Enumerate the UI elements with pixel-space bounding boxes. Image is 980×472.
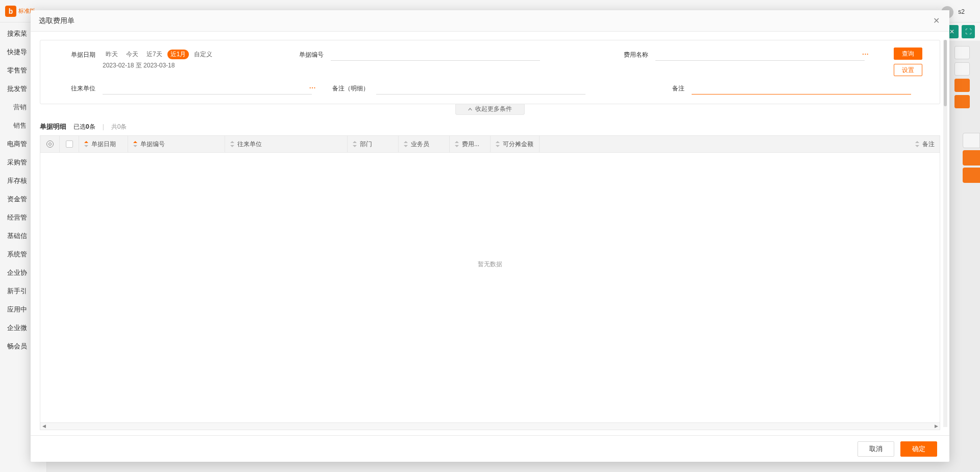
filter-detail-memo: 备注（明细） <box>323 83 585 95</box>
total-count: 共0条 <box>111 123 127 131</box>
filter-doc-date: 单据日期 昨天 今天 近7天 近1月 自定义 2023-02-18 至 2023… <box>59 50 215 70</box>
col-staff[interactable]: 业务员 <box>399 136 450 152</box>
col-dept[interactable]: 部门 <box>348 136 399 152</box>
close-icon[interactable]: ✕ <box>931 16 941 26</box>
filter-partner: 往来单位 ··· <box>59 83 312 95</box>
select-expense-modal: 选取费用单 ✕ 单据日期 昨天 今天 近7天 近1月 自定义 <box>31 10 949 462</box>
date-range-options: 昨天 今天 近7天 近1月 自定义 <box>103 50 215 59</box>
sort-icon <box>133 141 137 147</box>
collapse-bar: 收起更多条件 <box>40 104 940 115</box>
filter-label: 单据编号 <box>287 50 324 59</box>
sort-icon <box>404 141 408 147</box>
col-remark[interactable]: 备注 <box>540 136 940 152</box>
detail-memo-input[interactable] <box>376 83 585 95</box>
filter-label: 往来单位 <box>59 83 95 93</box>
date-opt-yesterday[interactable]: 昨天 <box>103 50 121 59</box>
col-alloc[interactable]: 可分摊金额 <box>491 136 540 152</box>
scroll-right-icon[interactable]: ▶ <box>933 423 940 429</box>
filter-actions: 查询 设置 <box>894 48 922 76</box>
cancel-button[interactable]: 取消 <box>857 441 894 457</box>
list-header-bar: 单据明细 已选0条 | 共0条 <box>40 122 940 131</box>
sort-icon <box>496 141 500 147</box>
horizontal-scrollbar[interactable]: ◀ ▶ <box>40 423 940 430</box>
sort-icon <box>455 141 459 147</box>
filter-panel: 单据日期 昨天 今天 近7天 近1月 自定义 2023-02-18 至 2023… <box>40 40 940 104</box>
scroll-left-icon[interactable]: ◀ <box>40 423 47 429</box>
sort-icon <box>353 141 357 147</box>
date-opt-7d[interactable]: 近7天 <box>143 50 165 59</box>
modal-header: 选取费用单 ✕ <box>31 10 949 32</box>
col-doc-date[interactable]: 单据日期 <box>79 136 128 152</box>
date-opt-1m[interactable]: 近1月 <box>167 50 189 59</box>
table-body: 暂无数据 <box>40 153 940 423</box>
empty-placeholder: 暂无数据 <box>40 260 940 269</box>
filter-doc-no: 单据编号 <box>287 50 540 70</box>
checkbox-icon <box>66 140 73 148</box>
filter-fee-name: 费用名称 ··· <box>611 50 865 70</box>
column-settings-button[interactable] <box>40 136 60 152</box>
filter-label: 单据日期 <box>59 50 95 59</box>
filter-label: 备注 <box>657 83 684 93</box>
col-fee[interactable]: 费用... <box>450 136 491 152</box>
fee-name-input[interactable] <box>655 50 865 61</box>
date-opt-today[interactable]: 今天 <box>123 50 141 59</box>
col-partner[interactable]: 往来单位 <box>225 136 348 152</box>
list-title: 单据明细 <box>40 122 66 131</box>
modal-footer: 取消 确定 <box>31 435 949 462</box>
collapse-button[interactable]: 收起更多条件 <box>455 104 525 115</box>
gear-icon <box>46 140 54 148</box>
more-icon[interactable]: ··· <box>862 51 869 58</box>
vertical-scrollbar[interactable] <box>943 40 947 427</box>
query-button[interactable]: 查询 <box>894 48 922 60</box>
table-header: 单据日期 单据编号 往来单位 部门 业务员 费用... 可分摊金额 备注 <box>40 135 940 153</box>
date-opt-custom[interactable]: 自定义 <box>191 50 215 59</box>
col-doc-no[interactable]: 单据编号 <box>128 136 225 152</box>
modal-title: 选取费用单 <box>39 16 75 26</box>
filter-memo: 备注 <box>657 83 911 95</box>
doc-no-input[interactable] <box>331 50 540 61</box>
modal-body: 单据日期 昨天 今天 近7天 近1月 自定义 2023-02-18 至 2023… <box>31 32 949 435</box>
chevron-up-icon <box>468 108 472 110</box>
sort-icon <box>84 141 88 147</box>
selected-count: 已选0条 <box>74 123 95 131</box>
sort-icon <box>915 141 919 147</box>
select-all-checkbox[interactable] <box>60 136 79 152</box>
confirm-button[interactable]: 确定 <box>900 441 937 457</box>
collapse-text: 收起更多条件 <box>475 105 512 113</box>
more-icon[interactable]: ··· <box>309 84 316 91</box>
date-range-display[interactable]: 2023-02-18 至 2023-03-18 <box>103 61 215 70</box>
memo-input[interactable] <box>692 83 911 95</box>
sort-icon <box>230 141 234 147</box>
partner-input[interactable] <box>103 83 312 95</box>
filter-label: 费用名称 <box>611 50 648 59</box>
settings-button[interactable]: 设置 <box>894 64 922 76</box>
filter-label: 备注（明细） <box>323 83 369 93</box>
